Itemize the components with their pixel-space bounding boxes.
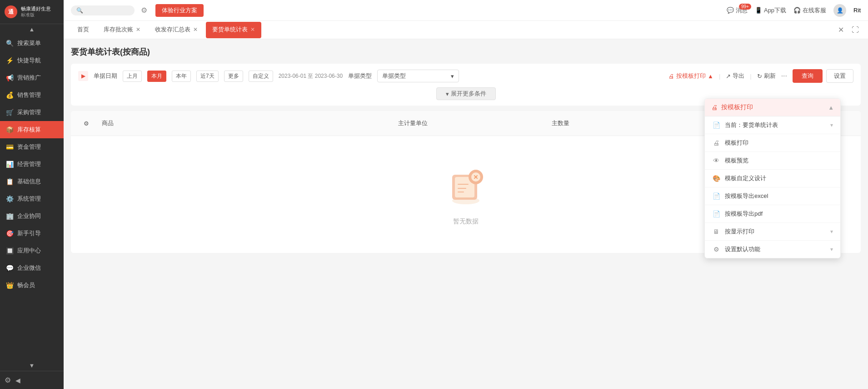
sidebar-item-system[interactable]: ⚙️ 系统管理 (0, 190, 64, 207)
dropdown-export-pdf[interactable]: 📄 按模板导出pdf (705, 205, 840, 223)
query-btn[interactable]: 查询 (793, 69, 823, 83)
sidebar-item-marketing[interactable]: 📢 营销推广 (0, 69, 64, 86)
logo-sub: 标准版 (21, 12, 51, 18)
trial-btn[interactable]: 体验行业方案 (155, 4, 204, 17)
tab-order-stats[interactable]: 要货单统计表 ✕ (206, 22, 261, 38)
template-print-btn[interactable]: 🖨 按模板打印 ▲ (668, 72, 713, 80)
dropdown-current-template[interactable]: 📄 当前：要货单统计表 ▾ (705, 116, 840, 134)
settings-icon[interactable]: ⚙ (5, 376, 11, 384)
sidebar-item-label: 畅会员 (17, 281, 35, 289)
member-icon: 👑 (5, 281, 14, 289)
tab-label: 库存批次账 (104, 25, 133, 34)
sidebar-item-app-center[interactable]: 🔲 应用中心 (0, 242, 64, 259)
purchase-icon: 🛒 (5, 108, 14, 116)
dropdown-item-label: 按模板导出pdf (725, 210, 763, 218)
order-type-placeholder: 单据类型 (382, 72, 406, 80)
tab-close-btn[interactable]: ✕ (136, 26, 140, 33)
date-this-year-btn[interactable]: 本年 (172, 71, 191, 82)
date-this-month-btn[interactable]: 本月 (147, 71, 166, 82)
app-download-label: App下载 (764, 6, 786, 15)
sidebar-item-search[interactable]: 🔍 搜索菜单 (0, 35, 64, 52)
dropdown-header-right: ▲ (828, 104, 834, 111)
wechat-icon: 💬 (5, 264, 14, 272)
sidebar-scroll-up[interactable]: ▲ (0, 24, 64, 35)
maximize-icon[interactable]: ⛶ (850, 25, 861, 35)
dropdown-template-design[interactable]: 🎨 模板自定义设计 (705, 170, 840, 187)
header-search-box[interactable]: 🔍 (71, 5, 135, 15)
date-custom-btn[interactable]: 自定义 (249, 71, 273, 82)
current-template-label: 当前：要货单统计表 (725, 121, 778, 129)
tab-close-btn[interactable]: ✕ (250, 26, 255, 33)
tab-home[interactable]: 首页 (71, 22, 95, 38)
printer-icon: 🖨 (668, 73, 674, 80)
sidebar-item-member[interactable]: 👑 畅会员 (0, 277, 64, 294)
close-tab-icon[interactable]: ✕ (835, 25, 846, 35)
template-print-label: 按模板打印 (676, 72, 706, 80)
monitor-icon: 🖥 (712, 228, 720, 235)
online-service-btn[interactable]: 🎧 在线客服 (793, 6, 826, 15)
dropdown-export-excel[interactable]: 📄 按模板导出excel (705, 187, 840, 205)
dropdown-item-label: 模板打印 (725, 139, 748, 147)
dropdown-default-setting[interactable]: ⚙ 设置默认功能 ▾ (705, 241, 840, 258)
dropdown-title: 按模板打印 (721, 103, 753, 111)
th-settings[interactable]: ⚙ (78, 116, 96, 131)
app-download-btn[interactable]: 📱 App下载 (755, 6, 786, 15)
sidebar-item-basic[interactable]: 📋 基础信息 (0, 173, 64, 190)
sidebar-item-label: 快捷导航 (17, 56, 41, 65)
design-icon: 🎨 (712, 175, 720, 182)
th-qty: 主数量 (546, 116, 700, 131)
collapse-icon[interactable]: ◀ (15, 377, 20, 384)
th-unit: 主计量单位 (393, 116, 546, 131)
gear-icon[interactable]: ⚙ (141, 6, 147, 15)
dropdown-template-preview[interactable]: 👁 模板预览 (705, 152, 840, 170)
export-btn[interactable]: ↗ 导出 (726, 72, 744, 80)
sidebar: 通 畅康通好生意 标准版 ▲ 🔍 搜索菜单 ⚡ 快捷导航 📢 营销推广 💰 销售… (0, 0, 64, 389)
dropdown-item-label: 按显示打印 (725, 227, 754, 236)
sidebar-item-label: 营销推广 (17, 74, 41, 82)
avatar[interactable]: 👤 (833, 4, 846, 17)
sidebar-item-enterprise-wechat[interactable]: 💬 企业微信 (0, 259, 64, 277)
expand-more-btn[interactable]: ▾ 展开更多条件 (436, 87, 496, 100)
filter-expand-icon[interactable]: ▶ (78, 71, 88, 81)
operations-icon: 📊 (5, 160, 14, 168)
more-icon[interactable]: ··· (781, 72, 787, 80)
tab-inventory-batch[interactable]: 库存批次账 ✕ (97, 22, 147, 38)
pdf-icon: 📄 (712, 210, 720, 217)
sidebar-item-label: 销售管理 (17, 91, 41, 99)
refresh-btn[interactable]: ↻ 刷新 (757, 72, 776, 80)
logo-icon: 通 (5, 5, 17, 18)
sidebar-item-inventory[interactable]: 📦 库存核算 (0, 121, 64, 138)
sidebar-item-newbie[interactable]: 🎯 新手引导 (0, 225, 64, 242)
enterprise-icon: 🏢 (5, 212, 14, 220)
sidebar-item-label: 基础信息 (17, 177, 41, 186)
dropdown-template-print[interactable]: 🖨 模板打印 (705, 134, 840, 152)
dropdown-display-print[interactable]: 🖥 按显示打印 ▾ (705, 223, 840, 241)
sidebar-item-sales[interactable]: 💰 销售管理 (0, 86, 64, 104)
sidebar-item-enterprise[interactable]: 🏢 企业协同 (0, 207, 64, 225)
date-prev-month-btn[interactable]: 上月 (123, 71, 142, 82)
bell-icon: 💬 (727, 7, 734, 14)
tab-close-btn[interactable]: ✕ (193, 26, 198, 33)
template-print-dropdown: 🖨 按模板打印 ▲ 📄 当前：要货单统计表 ▾ 🖨 模板打印 (704, 98, 841, 258)
dropdown-sub-left: 📄 当前：要货单统计表 (712, 121, 778, 129)
sidebar-item-label: 企业微信 (17, 264, 41, 272)
sidebar-item-finance[interactable]: 💳 资金管理 (0, 138, 64, 156)
tab-actions: ✕ ⛶ (835, 25, 861, 35)
order-type-select[interactable]: 单据类型 ▾ (377, 70, 459, 82)
sidebar-item-label: 应用中心 (17, 247, 41, 255)
messages-btn[interactable]: 💬 消息 99+ (727, 6, 748, 15)
tab-receipt-summary[interactable]: 收发存汇总表 ✕ (149, 22, 204, 38)
sidebar-item-purchase[interactable]: 🛒 采购管理 (0, 104, 64, 121)
filter-right-actions: 🖨 按模板打印 ▲ | ↗ 导出 | ↻ 刷新 ··· 查询 (668, 69, 853, 83)
sidebar-item-quick-nav[interactable]: ⚡ 快捷导航 (0, 52, 64, 69)
sidebar-bottom: ⚙ ◀ (0, 371, 64, 389)
dropdown-header: 🖨 按模板打印 ▲ (705, 99, 840, 116)
sidebar-scroll-down[interactable]: ▼ (0, 360, 64, 371)
date-last7-btn[interactable]: 近7天 (196, 71, 219, 82)
sidebar-item-label: 采购管理 (17, 108, 41, 116)
dropdown-item-label: 设置默认功能 (725, 245, 760, 253)
settings-btn[interactable]: 设置 (826, 69, 853, 83)
sidebar-item-operations[interactable]: 📊 经营管理 (0, 156, 64, 173)
sidebar-item-label: 搜索菜单 (17, 39, 41, 47)
date-more-btn[interactable]: 更多 (224, 71, 243, 82)
